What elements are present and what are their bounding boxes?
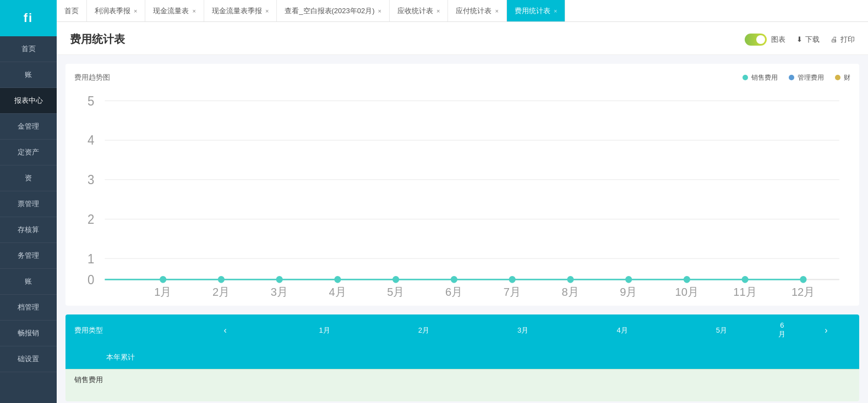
print-icon: 🖨	[831, 35, 838, 43]
svg-text:9月: 9月	[620, 285, 637, 297]
cell-nav-spacer	[176, 369, 275, 390]
svg-text:2月: 2月	[212, 285, 230, 297]
legend-item-finance: 财	[835, 73, 850, 82]
close-icon[interactable]: ×	[554, 8, 557, 14]
legend-item-admin: 管理费用	[789, 73, 824, 82]
cell-m6	[771, 369, 793, 390]
cell-yearly	[65, 390, 176, 401]
tab-cashflow[interactable]: 现金流量表 ×	[145, 0, 204, 21]
tab-expense[interactable]: 费用统计表 ×	[507, 0, 565, 21]
trend-chart: 5 4 3 2 1 0	[74, 88, 850, 297]
app-logo: fi	[0, 0, 57, 36]
sidebar: fi 首页 账 报表中心 金管理 定资产 资 票管理 存核算 务管理 账 档管理…	[0, 0, 57, 403]
cell-type: 销售费用	[65, 369, 176, 390]
svg-text:3: 3	[88, 173, 94, 187]
sidebar-item-report-center[interactable]: 报表中心	[0, 88, 57, 114]
toggle-label: 图表	[771, 35, 785, 45]
close-icon[interactable]: ×	[265, 8, 269, 14]
legend-label-admin: 管理费用	[798, 73, 824, 82]
chart-container: 5 4 3 2 1 0	[74, 88, 850, 297]
close-icon[interactable]: ×	[134, 8, 137, 14]
sidebar-item-debt[interactable]: 账	[0, 269, 57, 295]
cell-m1	[275, 369, 374, 390]
legend-label-sales: 销售费用	[751, 73, 778, 82]
svg-point-22	[742, 276, 749, 283]
chart-toggle-wrap: 图表	[745, 34, 785, 46]
svg-text:6月: 6月	[445, 285, 463, 297]
page-title: 费用统计表	[70, 32, 125, 47]
svg-point-19	[567, 276, 574, 283]
svg-text:2: 2	[88, 212, 94, 227]
chart-header: 费用趋势图 销售费用 管理费用 财	[74, 73, 850, 82]
page-actions: 图表 ⬇ 下载 🖨 打印	[745, 34, 855, 46]
legend-label-finance: 财	[844, 73, 850, 82]
col-header-m3: 3月	[473, 314, 572, 346]
close-icon[interactable]: ×	[495, 8, 498, 14]
expense-table: 费用类型 ‹ 1月 2月 3月 4月 5月 6月 › 本年累计 销售费用	[65, 314, 859, 401]
col-header-yearly: 本年累计	[65, 346, 176, 369]
prev-month-button[interactable]: ‹	[176, 314, 275, 346]
svg-point-21	[684, 276, 690, 283]
next-month-button[interactable]: ›	[793, 314, 859, 346]
svg-text:8月: 8月	[562, 285, 580, 297]
tab-bar: 首页 利润表季报 × 现金流量表 × 现金流量表季报 × 查看_空白报表(202…	[57, 0, 868, 22]
close-icon[interactable]: ×	[378, 8, 381, 14]
svg-point-17	[451, 276, 457, 283]
sidebar-item-account[interactable]: 账	[0, 62, 57, 88]
svg-point-12	[160, 276, 166, 283]
main-area: 首页 利润表季报 × 现金流量表 × 现金流量表季报 × 查看_空白报表(202…	[57, 0, 868, 403]
svg-text:12月: 12月	[791, 285, 815, 297]
svg-text:1月: 1月	[154, 285, 172, 297]
download-icon: ⬇	[796, 35, 803, 43]
svg-point-20	[625, 276, 632, 283]
cell-m5	[672, 369, 771, 390]
col-header-m5: 5月	[672, 314, 771, 346]
sidebar-item-inventory[interactable]: 存核算	[0, 217, 57, 243]
svg-text:4月: 4月	[329, 285, 347, 297]
close-icon[interactable]: ×	[192, 8, 195, 14]
legend-dot-sales	[743, 75, 748, 80]
svg-point-15	[334, 276, 341, 283]
tab-receivable[interactable]: 应收统计表 ×	[390, 0, 448, 21]
tab-home[interactable]: 首页	[57, 0, 87, 21]
print-button[interactable]: 🖨 打印	[831, 35, 855, 45]
col-header-m4: 4月	[572, 314, 672, 346]
content-area: 费用统计表 图表 ⬇ 下载 🖨 打印 费用趋势图	[57, 22, 868, 403]
sidebar-item-archive[interactable]: 档管理	[0, 295, 57, 321]
sidebar-item-fixed-assets[interactable]: 定资产	[0, 140, 57, 165]
cell-m2	[374, 369, 473, 390]
col-header-m6: 6月	[771, 314, 793, 346]
sidebar-item-write-off[interactable]: 畅报销	[0, 321, 57, 346]
col-header-m2: 2月	[374, 314, 473, 346]
svg-text:1: 1	[88, 251, 94, 266]
download-label: 下载	[805, 35, 820, 45]
sidebar-item-basic-settings[interactable]: 础设置	[0, 346, 57, 372]
tab-profit-quarterly[interactable]: 利润表季报 ×	[87, 0, 145, 21]
close-icon[interactable]: ×	[436, 8, 440, 14]
sidebar-item-home[interactable]: 首页	[0, 36, 57, 62]
svg-point-18	[509, 276, 516, 283]
page-header: 费用统计表 图表 ⬇ 下载 🖨 打印	[57, 22, 868, 55]
legend-item-sales: 销售费用	[743, 73, 778, 82]
tab-payable[interactable]: 应付统计表 ×	[448, 0, 506, 21]
svg-point-13	[218, 276, 225, 283]
chart-toggle[interactable]	[745, 34, 767, 46]
chart-section: 费用趋势图 销售费用 管理费用 财	[65, 64, 859, 306]
sidebar-item-fund-management[interactable]: 金管理	[0, 114, 57, 140]
sidebar-item-investment[interactable]: 资	[0, 165, 57, 191]
svg-text:7月: 7月	[504, 285, 521, 297]
svg-text:4: 4	[88, 133, 94, 148]
cell-nav-spacer2	[793, 369, 859, 390]
table-header-row: 费用类型 ‹ 1月 2月 3月 4月 5月 6月 › 本年累计	[65, 314, 859, 369]
sidebar-item-bill-management[interactable]: 票管理	[0, 191, 57, 217]
download-button[interactable]: ⬇ 下载	[796, 35, 820, 45]
chart-legend: 销售费用 管理费用 财	[743, 73, 850, 82]
col-header-type: 费用类型	[65, 314, 176, 346]
tab-blank-report[interactable]: 查看_空白报表(2023年02月) ×	[277, 0, 390, 21]
tab-cashflow-quarterly[interactable]: 现金流量表季报 ×	[204, 0, 277, 21]
chart-title: 费用趋势图	[74, 73, 110, 82]
sidebar-item-service-management[interactable]: 务管理	[0, 243, 57, 269]
svg-text:11月: 11月	[733, 285, 757, 297]
svg-text:5月: 5月	[387, 285, 405, 297]
svg-text:3月: 3月	[271, 285, 288, 297]
